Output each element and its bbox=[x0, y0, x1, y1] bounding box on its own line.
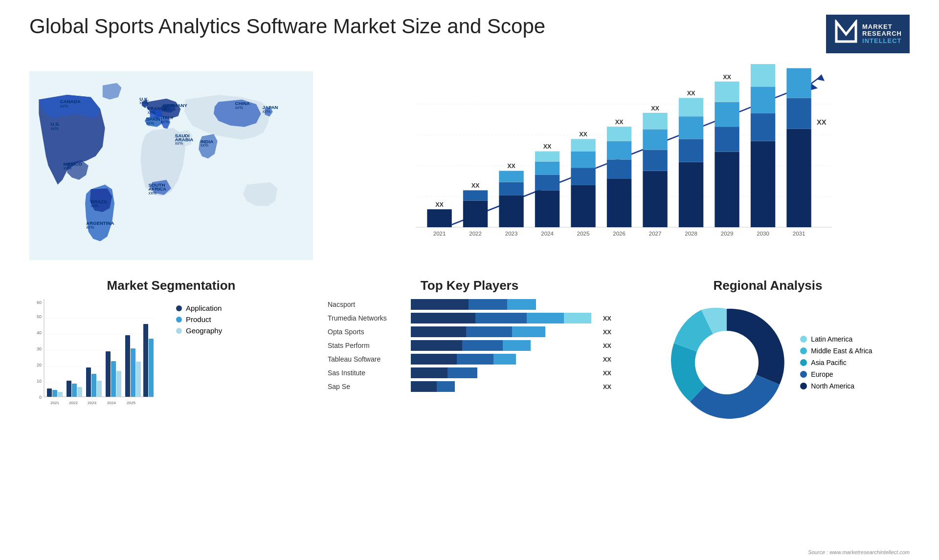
svg-rect-128 bbox=[106, 351, 111, 397]
product-dot bbox=[176, 317, 182, 323]
svg-text:XX: XX bbox=[687, 90, 695, 97]
segmentation-section: Market Segmentation 0 10 20 30 40 bbox=[29, 278, 313, 426]
header: Global Sports Analytics Software Market … bbox=[29, 15, 910, 53]
svg-marker-0 bbox=[836, 22, 856, 42]
world-map-svg: CANADA xx% U.S. xx% MEXICO xx% BRAZIL xx… bbox=[29, 63, 313, 268]
svg-text:xx%: xx% bbox=[148, 110, 156, 115]
svg-text:XX: XX bbox=[817, 118, 827, 126]
svg-rect-55 bbox=[535, 190, 559, 227]
svg-rect-68 bbox=[607, 159, 631, 178]
latin-america-dot bbox=[800, 336, 807, 343]
donut-chart bbox=[663, 299, 790, 426]
seg-chart-container: 0 10 20 30 40 50 60 bbox=[29, 299, 156, 426]
map-section: CANADA xx% U.S. xx% MEXICO xx% BRAZIL xx… bbox=[29, 63, 313, 268]
svg-text:XX: XX bbox=[471, 182, 480, 189]
svg-text:2022: 2022 bbox=[469, 231, 482, 237]
growth-chart-svg: XX 2021 XX 2022 XX 2023 bbox=[328, 63, 910, 268]
svg-text:2021: 2021 bbox=[433, 231, 446, 237]
svg-text:2024: 2024 bbox=[107, 401, 116, 405]
segmentation-content: 0 10 20 30 40 50 60 bbox=[29, 299, 313, 426]
svg-rect-73 bbox=[643, 171, 667, 228]
svg-rect-63 bbox=[571, 151, 595, 168]
svg-text:xx%: xx% bbox=[146, 121, 155, 126]
source-text: Source : www.marketresearchintellect.com bbox=[808, 549, 910, 555]
svg-rect-86 bbox=[715, 127, 739, 151]
svg-rect-97 bbox=[786, 129, 811, 227]
logo-area: MARKET RESEARCH INTELLECT bbox=[826, 15, 910, 53]
svg-text:xx%: xx% bbox=[163, 107, 172, 112]
svg-text:xx%: xx% bbox=[235, 105, 244, 110]
svg-rect-129 bbox=[111, 361, 116, 397]
svg-rect-79 bbox=[679, 162, 703, 227]
legend-middle-east-africa: Middle East & Africa bbox=[800, 347, 872, 355]
seg-legend-application: Application bbox=[176, 304, 222, 312]
regional-title: Regional Analysis bbox=[626, 278, 910, 293]
legend-latin-america: Latin America bbox=[800, 335, 872, 343]
svg-rect-43 bbox=[427, 209, 451, 227]
svg-rect-92 bbox=[751, 113, 775, 141]
map-container: CANADA xx% U.S. xx% MEXICO xx% BRAZIL xx… bbox=[29, 63, 313, 268]
kp-bar-sap bbox=[411, 381, 595, 392]
svg-text:30: 30 bbox=[37, 346, 42, 351]
svg-rect-87 bbox=[715, 102, 739, 127]
svg-text:xx%: xx% bbox=[201, 143, 209, 148]
kp-opta: Opta Sports XX bbox=[328, 326, 611, 337]
regional-content: Latin America Middle East & Africa Asia … bbox=[626, 299, 910, 426]
asia-pacific-dot bbox=[800, 359, 807, 366]
page-title: Global Sports Analytics Software Market … bbox=[29, 15, 545, 38]
legend-north-america: North America bbox=[800, 382, 872, 390]
svg-text:2028: 2028 bbox=[685, 231, 697, 237]
svg-rect-51 bbox=[499, 182, 523, 195]
svg-rect-85 bbox=[715, 152, 739, 227]
svg-rect-91 bbox=[751, 141, 775, 227]
svg-rect-81 bbox=[679, 116, 703, 139]
svg-text:xx%: xx% bbox=[64, 166, 72, 171]
svg-rect-93 bbox=[751, 86, 775, 113]
svg-text:2021: 2021 bbox=[50, 401, 59, 405]
svg-rect-98 bbox=[786, 98, 811, 129]
svg-text:xx%: xx% bbox=[86, 225, 94, 230]
svg-rect-67 bbox=[607, 178, 631, 227]
europe-dot bbox=[800, 371, 807, 378]
svg-text:2024: 2024 bbox=[541, 231, 554, 237]
svg-rect-52 bbox=[499, 171, 523, 182]
svg-text:XX: XX bbox=[759, 63, 767, 64]
regional-section: Regional Analysis bbox=[626, 278, 910, 426]
svg-text:xx%: xx% bbox=[60, 104, 68, 108]
svg-rect-47 bbox=[463, 190, 488, 200]
kp-stats-perform: Stats Perform XX bbox=[328, 340, 611, 351]
segmentation-title: Market Segmentation bbox=[29, 278, 313, 293]
svg-rect-122 bbox=[77, 387, 82, 397]
donut-svg bbox=[663, 299, 790, 426]
svg-rect-74 bbox=[643, 150, 667, 171]
svg-marker-42 bbox=[816, 74, 825, 81]
svg-text:XX: XX bbox=[579, 131, 587, 138]
svg-rect-116 bbox=[47, 388, 52, 397]
kp-bar-tableau bbox=[411, 354, 595, 365]
svg-rect-70 bbox=[607, 127, 631, 141]
svg-rect-75 bbox=[643, 129, 667, 150]
svg-text:XX: XX bbox=[507, 163, 515, 170]
svg-text:60: 60 bbox=[37, 300, 42, 305]
svg-rect-82 bbox=[679, 98, 703, 116]
svg-text:2025: 2025 bbox=[127, 401, 135, 405]
svg-rect-124 bbox=[86, 367, 91, 397]
svg-text:xx%: xx% bbox=[263, 109, 271, 114]
svg-text:40: 40 bbox=[37, 330, 42, 335]
svg-text:2029: 2029 bbox=[721, 231, 734, 237]
page-container: Global Sports Analytics Software Market … bbox=[0, 0, 939, 560]
svg-rect-76 bbox=[643, 113, 667, 129]
kp-bar-sas bbox=[411, 367, 595, 378]
kp-sap: Sap Se XX bbox=[328, 381, 611, 392]
svg-text:XX: XX bbox=[651, 105, 659, 112]
regional-legend: Latin America Middle East & Africa Asia … bbox=[800, 335, 872, 390]
key-players-list: Nacsport Trumedia Networks bbox=[328, 299, 611, 392]
svg-rect-117 bbox=[52, 390, 57, 397]
svg-text:XX: XX bbox=[543, 143, 552, 150]
svg-point-139 bbox=[695, 331, 759, 394]
kp-bar-opta bbox=[411, 326, 595, 337]
svg-text:2025: 2025 bbox=[577, 231, 590, 237]
svg-rect-126 bbox=[97, 381, 102, 397]
svg-text:2026: 2026 bbox=[613, 231, 626, 237]
svg-text:20: 20 bbox=[37, 363, 42, 367]
